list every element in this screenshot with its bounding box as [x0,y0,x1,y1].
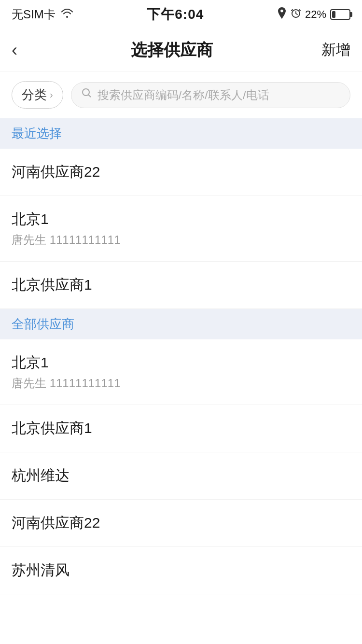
section-header-label-recent: 最近选择 [12,126,62,140]
chevron-right-icon: › [50,89,53,100]
section-header-all: 全部供应商 [0,309,362,339]
section-header-label-all: 全部供应商 [12,317,74,331]
alarm-icon [291,8,301,21]
list-item[interactable]: 苏州清风 [0,547,362,594]
category-label: 分类 [22,86,47,103]
add-button[interactable]: 新增 [321,40,350,60]
list-item[interactable]: 北京供应商1 [0,405,362,452]
wifi-icon [60,8,74,21]
item-name: 北京供应商1 [12,275,350,295]
item-name: 北京供应商1 [12,419,350,438]
item-contact: 唐先生 11111111111 [12,376,350,391]
item-name: 河南供应商22 [12,513,350,533]
item-name: 北京1 [12,210,350,229]
location-icon [277,7,287,22]
filter-bar: 分类 › 搜索供应商编码/名称/联系人/电话 [0,71,362,118]
nav-bar: ‹ 选择供应商 新增 [0,29,362,71]
battery-icon [330,9,350,20]
battery-percent: 22% [305,8,326,21]
status-carrier: 无SIM卡 [12,7,74,22]
section-header-recent: 最近选择 [0,118,362,149]
list-item[interactable]: 河南供应商22 [0,500,362,547]
item-name: 杭州维达 [12,466,350,486]
carrier-label: 无SIM卡 [12,7,56,22]
status-right: 22% [277,7,350,22]
search-icon [81,87,93,102]
item-name: 河南供应商22 [12,162,350,182]
item-contact: 唐先生 11111111111 [12,232,350,248]
list-item[interactable]: 河南供应商22 [0,149,362,196]
list-item[interactable]: 杭州维达 [0,452,362,500]
page-title: 选择供应商 [131,39,213,61]
list-item[interactable]: 北京1唐先生 11111111111 [0,196,362,262]
item-name: 苏州清风 [12,560,350,580]
back-button[interactable]: ‹ [7,35,22,65]
status-time: 下午6:04 [147,5,204,24]
search-input-wrap[interactable]: 搜索供应商编码/名称/联系人/电话 [71,82,350,108]
list-item[interactable]: 北京供应商1 [0,262,362,309]
status-bar: 无SIM卡 下午6:04 22% [0,0,362,29]
list-item[interactable]: 北京1唐先生 11111111111 [0,339,362,405]
supplier-list: 最近选择河南供应商22北京1唐先生 11111111111北京供应商1全部供应商… [0,118,362,594]
item-name: 北京1 [12,353,350,373]
category-filter-button[interactable]: 分类 › [12,81,63,109]
search-placeholder: 搜索供应商编码/名称/联系人/电话 [97,87,269,103]
